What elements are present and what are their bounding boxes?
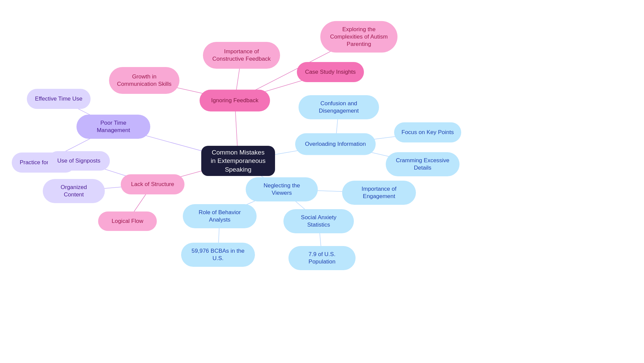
node-ignoring_feedback[interactable]: Ignoring Feedback bbox=[200, 90, 270, 112]
node-bcbas[interactable]: 59,976 BCBAs in the U.S. bbox=[181, 243, 255, 267]
node-organized_content[interactable]: Organized Content bbox=[43, 179, 105, 203]
node-lack_structure[interactable]: Lack of Structure bbox=[121, 174, 184, 194]
node-poor_time[interactable]: Poor Time Management bbox=[76, 115, 150, 139]
node-neglecting[interactable]: Neglecting the Viewers bbox=[246, 177, 318, 201]
node-cramming[interactable]: Cramming Excessive Details bbox=[386, 152, 460, 176]
node-effective_time[interactable]: Effective Time Use bbox=[27, 89, 91, 109]
node-exploring_autism[interactable]: Exploring the Complexities of Autism Par… bbox=[320, 21, 397, 53]
node-logical_flow[interactable]: Logical Flow bbox=[98, 211, 157, 231]
node-growth_communication[interactable]: Growth in Communication Skills bbox=[109, 67, 179, 94]
node-role_behavior[interactable]: Role of Behavior Analysts bbox=[183, 204, 257, 228]
node-use_signposts[interactable]: Use of Signposts bbox=[48, 151, 110, 171]
mind-map: Common Mistakes in Extemporaneous Speaki… bbox=[0, 0, 644, 363]
node-case_study[interactable]: Case Study Insights bbox=[297, 62, 364, 82]
node-social_anxiety[interactable]: Social Anxiety Statistics bbox=[283, 209, 354, 233]
node-population[interactable]: 7.9 of U.S. Population bbox=[288, 246, 356, 270]
node-focus_key[interactable]: Focus on Key Points bbox=[394, 122, 461, 142]
node-confusion[interactable]: Confusion and Disengagement bbox=[299, 95, 379, 119]
node-center[interactable]: Common Mistakes in Extemporaneous Speaki… bbox=[201, 146, 275, 176]
node-overloading[interactable]: Overloading Information bbox=[295, 133, 376, 155]
node-importance_constructive[interactable]: Importance of Constructive Feedback bbox=[203, 42, 280, 69]
node-importance_engagement[interactable]: Importance of Engagement bbox=[342, 181, 416, 205]
